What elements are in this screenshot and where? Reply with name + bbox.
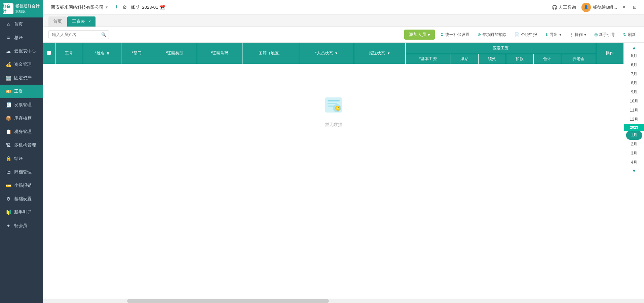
operations-btn[interactable]: ⋮ 操作 ▾ [567, 30, 589, 39]
select-all-checkbox[interactable] [47, 51, 51, 55]
scrollbar-thumb[interactable] [127, 299, 329, 303]
sidebar-label-funds: 资金管理 [14, 61, 32, 68]
tab-home-label: 首页 [53, 19, 62, 24]
report-filter-icon[interactable]: ▼ [387, 51, 390, 55]
settings-icon: ⚙ [5, 196, 11, 202]
tab-salary-label: 工资表 [72, 19, 85, 24]
month-nav-up[interactable]: ▲ [632, 44, 637, 51]
special-deduct-btn[interactable]: ⊕ 专项附加扣除 [475, 30, 509, 39]
app-logo: 好会计 畅德通好会计 旗舰版 [0, 0, 43, 17]
social-security-btn[interactable]: ⚙ 统一社保设置 [438, 30, 472, 39]
special-deduct-icon: ⊕ [478, 32, 481, 37]
month-10[interactable]: 10月 [624, 97, 644, 106]
personal-tax-label: 个税申报 [521, 32, 537, 38]
refresh-btn[interactable]: ↻ 刷新 [620, 30, 639, 39]
operations-dropdown-icon: ▾ [584, 32, 586, 37]
sidebar-item-salary[interactable]: 💴 工资 [0, 85, 43, 98]
settings-btn[interactable]: ⚙ [122, 4, 127, 10]
sidebar-item-invoice[interactable]: 🧾 发票管理 [0, 98, 43, 112]
multi-org-icon: 🏗 [5, 142, 11, 148]
service-label: 人工客询 [559, 4, 576, 10]
inventory-icon: 📦 [5, 116, 11, 121]
sidebar-label-expense: 小畅报销 [14, 182, 32, 188]
table-header-row: 工号 *姓名 ⇅ *部门 *证照类型 [43, 43, 624, 54]
personal-tax-icon: 📄 [515, 32, 520, 37]
add-company-btn[interactable]: + [115, 4, 118, 11]
sidebar-item-guide[interactable]: 🔰 新手引导 [0, 206, 43, 219]
period-badge: 账期 2023-01 📅 [131, 4, 165, 10]
th-id-number: *证照号码 [197, 43, 242, 64]
add-person-btn[interactable]: 添加人员 ▾ [404, 30, 435, 40]
month-12[interactable]: 12月 [624, 115, 644, 124]
sidebar-item-inventory[interactable]: 📦 库存核算 [0, 112, 43, 125]
refresh-label: 刷新 [628, 32, 636, 38]
month-2[interactable]: 2月 [624, 140, 644, 149]
sidebar-item-archive[interactable]: 🗂 归档管理 [0, 165, 43, 179]
window-controls: ✕ ⊡ [620, 3, 639, 11]
bottom-scrollbar[interactable] [43, 299, 644, 303]
sidebar-item-member[interactable]: ✦ 畅会员 [0, 219, 43, 232]
status-filter-icon[interactable]: ▼ [335, 51, 338, 55]
sidebar-item-close[interactable]: 🔒 结账 [0, 152, 43, 165]
sidebar-item-home[interactable]: ⌂ 首页 [0, 17, 43, 31]
month-8[interactable]: 8月 [624, 79, 644, 88]
th-region: 国籍（地区） [242, 43, 299, 64]
sidebar-item-tax[interactable]: 📋 税务管理 [0, 125, 43, 138]
th-operations: 操作 [596, 43, 623, 64]
salary-icon: 💴 [5, 89, 11, 94]
sidebar-item-reports[interactable]: ☁ 云报表中心 [0, 44, 43, 58]
sidebar: 好会计 畅德通好会计 旗舰版 ⌂ 首页 ≡ 总账 ☁ 云报表中心 💰 资金管理 … [0, 0, 43, 303]
tab-close-icon[interactable]: × [88, 19, 91, 24]
month-4[interactable]: 4月 [624, 158, 644, 167]
search-icon: 🔍 [101, 32, 106, 37]
tab-home[interactable]: 首页 [48, 16, 67, 27]
app-title: 畅德通好会计 [15, 4, 40, 9]
month-5[interactable]: 5月 [624, 51, 644, 60]
close-btn[interactable]: ✕ [620, 3, 628, 11]
search-input[interactable] [52, 32, 99, 37]
sidebar-item-ledger[interactable]: ≡ 总账 [0, 31, 43, 44]
calendar-icon[interactable]: 📅 [159, 5, 165, 10]
th-name: *姓名 ⇅ [83, 43, 121, 64]
period-value: 2023-01 [142, 5, 158, 10]
guide-btn[interactable]: ◎ 新手引导 [592, 30, 618, 39]
sidebar-item-settings[interactable]: ⚙ 基础设置 [0, 192, 43, 206]
maximize-btn[interactable]: ⊡ [631, 3, 639, 11]
account-info[interactable]: 👤 畅德通B组... [581, 3, 617, 12]
search-container[interactable]: 🔍 [48, 30, 109, 39]
th-id-type: *证照类型 [152, 43, 197, 64]
guide-btn-icon: ◎ [594, 32, 598, 37]
operations-label: 操作 [575, 32, 583, 38]
service-btn[interactable]: 🎧 人工客询 [549, 3, 579, 12]
sidebar-label-home: 首页 [14, 21, 23, 27]
th-allowance: 津贴 [451, 54, 478, 64]
th-total: 合计 [533, 54, 561, 64]
sidebar-item-expense[interactable]: 💳 小畅报销 [0, 179, 43, 192]
tab-salary[interactable]: 工资表 × [67, 16, 96, 27]
personal-tax-btn[interactable]: 📄 个税申报 [512, 30, 540, 39]
month-6[interactable]: 6月 [624, 60, 644, 70]
sidebar-label-archive: 归档管理 [14, 169, 32, 175]
year-2023: 2023 [624, 124, 644, 131]
th-report-status: 报送状态 ▼ [354, 43, 406, 64]
tax-icon: 📋 [5, 129, 11, 134]
sidebar-item-multi-org[interactable]: 🏗 多机构管理 [0, 138, 43, 152]
month-1-active[interactable]: 1月 [626, 131, 642, 140]
sidebar-item-assets[interactable]: 🏢 固定资产 [0, 71, 43, 85]
month-nav-down[interactable]: ▼ [632, 167, 637, 174]
month-11[interactable]: 11月 [624, 106, 644, 115]
month-9[interactable]: 9月 [624, 88, 644, 97]
main-area: 西安虾米网络科技有限公司 ▾ + ⚙ 账期 2023-01 📅 🎧 人工客询 👤… [43, 0, 644, 303]
export-btn[interactable]: ⬇ 导出 ▾ [542, 30, 564, 39]
sidebar-label-guide: 新手引导 [14, 209, 32, 215]
company-selector[interactable]: 西安虾米网络科技有限公司 ▾ [48, 3, 111, 12]
sidebar-item-funds[interactable]: 💰 资金管理 [0, 58, 43, 71]
home-icon: ⌂ [5, 21, 11, 27]
month-3[interactable]: 3月 [624, 149, 644, 158]
month-7[interactable]: 7月 [624, 70, 644, 79]
social-security-icon: ⚙ [440, 32, 444, 37]
th-department: *部门 [121, 43, 152, 64]
th-checkbox[interactable] [43, 43, 55, 64]
th-deduct: 扣款 [506, 54, 533, 64]
name-sort-icon[interactable]: ⇅ [107, 51, 109, 55]
